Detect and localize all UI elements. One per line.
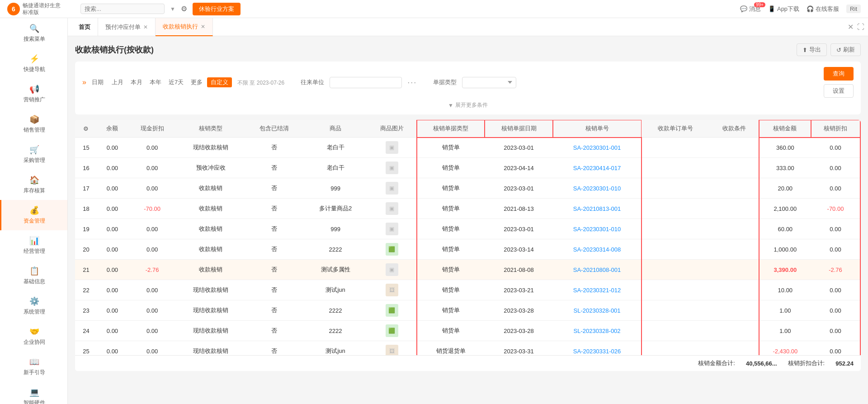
sidebar-item-hardware[interactable]: 💻 智能硬件	[0, 382, 67, 404]
sidebar-label-operations: 经营管理	[24, 247, 45, 255]
goods-image-cell: 🖼	[368, 341, 417, 356]
table-row: 160.000.00预收冲应收否老白干▣销货单2023-04-14SA-2023…	[75, 158, 860, 178]
sidebar-label-finance: 资金管理	[24, 217, 45, 225]
more-options-icon[interactable]: ···	[407, 78, 417, 87]
sidebar-item-finance[interactable]: 💰 资金管理	[0, 200, 67, 230]
date-this-month-btn[interactable]: 本月	[128, 77, 145, 87]
bill-no-link[interactable]: SA-20230414-017	[573, 165, 621, 171]
refresh-label: 刷新	[843, 46, 855, 54]
filter-row-1: » 日期 上月 本月 本年 近7天 更多 自定义 不限 至 2023-07-26…	[82, 67, 854, 98]
column-settings-button[interactable]: 设置	[824, 84, 854, 98]
bill-no-link[interactable]: SA-20210813-001	[573, 205, 621, 212]
top-search-input[interactable]	[80, 4, 165, 14]
tab-close-button[interactable]: ✕	[848, 23, 854, 31]
sidebar-item-quick-nav[interactable]: ⚡ 快捷导航	[0, 48, 67, 79]
user-profile[interactable]: Rit	[846, 5, 861, 13]
data-table-card: ⚙ 余额 现金折扣 核销类型 包含已结清 商品 商品图片 核销单据类型 核销单据…	[75, 120, 861, 371]
logo-text-1: 畅捷通谱好生意	[23, 2, 61, 9]
goods-image-cell: 🟩	[368, 239, 417, 260]
bill-no-link[interactable]: SA-20230301-010	[573, 226, 621, 233]
tab-prepay[interactable]: 预付冲应付单 ✕	[98, 18, 156, 36]
table-row: 240.000.00现结收款核销否2222🟩销货单2023-03-28SL-20…	[75, 321, 860, 341]
tab-prepay-label: 预付冲应付单	[105, 23, 141, 31]
goods-image-cell: 🖼	[368, 280, 417, 300]
date-range-text: 不限 至 2023-07-26	[237, 79, 284, 87]
bill-no-link[interactable]: SL-20230328-002	[573, 328, 620, 334]
goods-image-placeholder: ▣	[386, 141, 398, 154]
sidebar-item-purchase[interactable]: 🛒 采购管理	[0, 139, 67, 170]
expand-more-button[interactable]: ▼ 展开更多条件	[448, 101, 488, 109]
bill-no-link[interactable]: SA-20230301-001	[573, 144, 621, 151]
top-bar: 6 畅捷通谱好生意 标准版 ▼ ⚙ 休验行业方案 💬 消息 99+ 📱 App下…	[0, 0, 868, 18]
bill-no-link[interactable]: SA-20230321-012	[573, 287, 621, 294]
sidebar-item-operations[interactable]: 📊 经营管理	[0, 230, 67, 261]
date-custom-btn[interactable]: 自定义	[207, 77, 232, 87]
sidebar-item-basic-info[interactable]: 📋 基础信息	[0, 261, 67, 291]
goods-image-cell: ▣	[368, 260, 417, 280]
sidebar-label-hardware: 智能硬件	[24, 399, 45, 404]
table-row: 200.000.00收款核销否2222🟩销货单2023-03-14SA-2023…	[75, 239, 860, 260]
main-content: 首页 预付冲应付单 ✕ 收款核销执行 ✕ ✕ ⛶ 收款核销执行(按收款)	[68, 18, 868, 404]
single-type-select[interactable]	[462, 77, 516, 88]
sidebar-item-search[interactable]: 🔍 搜索菜单	[0, 18, 67, 48]
table-row: 150.000.00现结收款核销否老白干▣销货单2023-03-01SA-202…	[75, 138, 860, 158]
sidebar-label-search: 搜索菜单	[24, 35, 45, 43]
col-header-goods: 商品	[303, 120, 367, 138]
bill-no-link[interactable]: SL-20230328-001	[573, 307, 620, 314]
date-7days-btn[interactable]: 近7天	[166, 77, 186, 87]
goods-image-placeholder: 🟩	[386, 324, 398, 337]
sidebar-label-quick-nav: 快捷导航	[24, 66, 45, 73]
online-service-button[interactable]: 🎧 在线客服	[807, 5, 839, 13]
sidebar-item-marketing[interactable]: 📢 营销推广	[0, 79, 67, 109]
industry-solution-button[interactable]: 休验行业方案	[193, 3, 241, 15]
col-header-cancel-amount: 核销金额	[759, 120, 811, 138]
tab-cancel-close[interactable]: ✕	[201, 24, 205, 30]
tab-prepay-close[interactable]: ✕	[143, 24, 148, 30]
col-header-gear: ⚙	[75, 120, 97, 138]
table-footer: 核销金额合计: 40,556,66... 核销折扣合计: 952.24	[75, 355, 861, 371]
refresh-button[interactable]: ↺ 刷新	[830, 43, 861, 56]
bill-no-link[interactable]: SA-20210808-001	[573, 266, 621, 273]
date-preset-buttons: 上月 本月 本年 近7天 更多 自定义	[109, 77, 232, 87]
finance-icon: 💰	[29, 205, 39, 215]
footer-cancel-discount-label: 核销折扣合计:	[788, 359, 825, 367]
date-last-month-btn[interactable]: 上月	[109, 77, 126, 87]
table-row: 170.000.00收款核销否999▣销货单2023-03-01SA-20230…	[75, 178, 860, 199]
message-button[interactable]: 💬 消息 99+	[740, 5, 761, 13]
chevron-down-small-icon: ▼	[448, 102, 453, 109]
page-header: 收款核销执行(按收款) ⬆ 导出 ↺ 刷新	[75, 43, 861, 56]
sidebar-item-guide[interactable]: 📖 新手引导	[0, 352, 67, 382]
settings-icon[interactable]: ⚙	[181, 5, 187, 13]
goods-image-cell: ▣	[368, 158, 417, 178]
date-more-btn[interactable]: 更多	[188, 77, 205, 87]
tab-expand-button[interactable]: ⛶	[857, 23, 864, 31]
bill-no-link[interactable]: SA-20230301-010	[573, 185, 621, 192]
tab-bar: 首页 预付冲应付单 ✕ 收款核销执行 ✕ ✕ ⛶	[68, 18, 868, 36]
table-row: 230.000.00现结收款核销否2222🟩销货单2023-03-28SL-20…	[75, 300, 860, 321]
logo-text-2: 标准版	[23, 9, 61, 15]
filter-collapse-icon[interactable]: »	[82, 78, 86, 86]
app-download-button[interactable]: 📱 App下载	[768, 5, 799, 13]
tab-cancel[interactable]: 收款核销执行 ✕	[156, 18, 213, 36]
sidebar-item-inventory[interactable]: 🏠 库存核算	[0, 170, 67, 200]
goods-image-placeholder: 🟩	[386, 304, 398, 317]
bill-no-link[interactable]: SA-20230331-026	[573, 348, 621, 355]
export-button[interactable]: ⬆ 导出	[797, 43, 827, 56]
bill-no-link[interactable]: SA-20230314-008	[573, 246, 621, 253]
sidebar-label-system: 系统管理	[24, 308, 45, 316]
sidebar-item-sales[interactable]: 📦 销售管理	[0, 109, 67, 139]
goods-image-placeholder: 🟩	[386, 243, 398, 256]
date-this-year-btn[interactable]: 本年	[147, 77, 164, 87]
date-filter-label: 日期	[92, 78, 104, 86]
table-wrapper[interactable]: ⚙ 余额 现金折扣 核销类型 包含已结清 商品 商品图片 核销单据类型 核销单据…	[75, 120, 861, 355]
sidebar-item-collab[interactable]: 🤝 企业协同	[0, 321, 67, 352]
goods-image-cell: ▣	[368, 138, 417, 158]
operations-icon: 📊	[29, 236, 39, 246]
unit-input[interactable]	[330, 77, 402, 88]
tab-home[interactable]: 首页	[71, 18, 98, 36]
sidebar-item-system[interactable]: ⚙️ 系统管理	[0, 291, 67, 321]
app-icon: 📱	[768, 5, 775, 12]
query-button[interactable]: 查询	[824, 67, 854, 81]
tab-home-label: 首页	[79, 23, 90, 31]
marketing-icon: 📢	[29, 84, 39, 94]
